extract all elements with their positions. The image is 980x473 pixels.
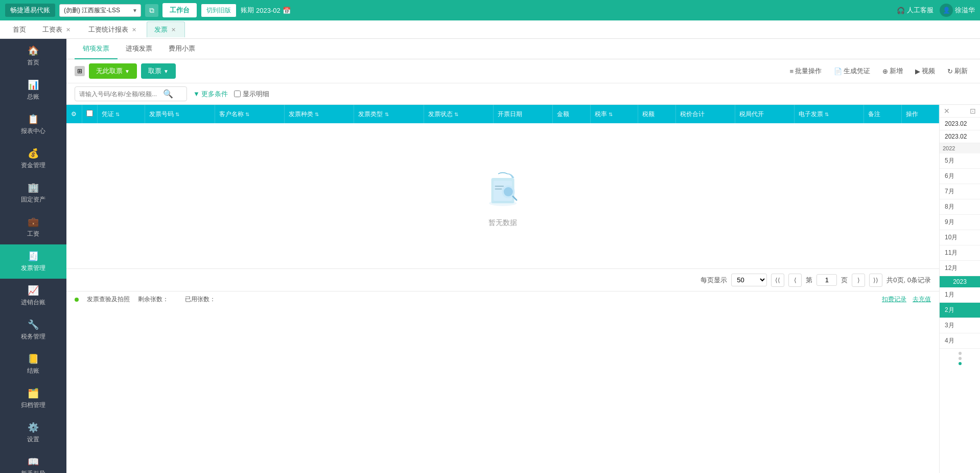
new-button[interactable]: ⊕ 新增 xyxy=(878,64,907,78)
date-panel-expand-btn[interactable]: ⊡ xyxy=(970,107,976,115)
sub-tab-purchase-label: 进项发票 xyxy=(126,44,152,53)
date-month-2023-3[interactable]: 3月 xyxy=(940,318,980,333)
last-page-btn[interactable]: ⟩⟩ xyxy=(869,274,882,287)
workbench-button[interactable]: 工作台 xyxy=(162,3,197,17)
sort-customer-icon: ⇅ xyxy=(245,111,249,117)
sub-tab-purchase-invoice[interactable]: 进项发票 xyxy=(118,39,160,59)
sidebar-item-reports[interactable]: 📋 报表中心 xyxy=(0,107,66,142)
svg-point-4 xyxy=(504,187,513,196)
page-input[interactable] xyxy=(816,274,837,286)
sidebar-item-closing[interactable]: 📒 结账 xyxy=(0,347,66,381)
video-label: 视频 xyxy=(922,66,935,76)
tab-salary-report[interactable]: 工资统计报表 ✕ xyxy=(81,21,146,37)
date-month-6[interactable]: 6月 xyxy=(940,169,980,184)
col-e-invoice: 电子发票 ⇅ xyxy=(794,105,864,123)
tab-invoice-close[interactable]: ✕ xyxy=(170,26,177,34)
get-invoice-dropdown-arrow: ▼ xyxy=(164,69,169,74)
date-month-10[interactable]: 10月 xyxy=(940,230,980,245)
tax-icon: 🔧 xyxy=(28,319,39,330)
sidebar-item-invoice[interactable]: 🧾 发票管理 xyxy=(0,244,66,279)
col-settings[interactable]: ⚙ xyxy=(66,105,82,123)
company-selector[interactable]: (勿删) 江西服宝-LSS ▼ xyxy=(59,4,141,17)
sidebar-sales-label: 进销台账 xyxy=(21,298,45,307)
next-page-btn[interactable]: ⟩ xyxy=(852,274,865,287)
date-month-8[interactable]: 8月 xyxy=(940,199,980,215)
sub-tabs: 销项发票 进项发票 费用小票 xyxy=(66,39,980,59)
sidebar-item-sales[interactable]: 📈 进销台账 xyxy=(0,279,66,313)
tab-invoice[interactable]: 发票 ✕ xyxy=(147,21,185,37)
get-invoice-button[interactable]: 取票 ▼ xyxy=(141,63,176,79)
date-month-9[interactable]: 9月 xyxy=(940,215,980,230)
col-total: 税价合计 xyxy=(675,105,735,123)
refresh-button[interactable]: ↻ 刷新 xyxy=(943,64,972,78)
generate-voucher-button[interactable]: 📄 生成凭证 xyxy=(830,64,874,78)
date-panel-close-btn[interactable]: ✕ xyxy=(944,107,950,115)
date-month-12[interactable]: 12月 xyxy=(940,261,980,276)
copy-icon-btn[interactable]: ⧉ xyxy=(145,4,158,17)
sidebar-item-finance[interactable]: 💰 资金管理 xyxy=(0,142,66,176)
sidebar-item-ledger[interactable]: 📊 总账 xyxy=(0,73,66,107)
sidebar-closing-label: 结账 xyxy=(27,367,39,375)
batch-ops-button[interactable]: ≡ 批量操作 xyxy=(785,64,826,78)
sidebar-settings-label: 设置 xyxy=(27,435,39,444)
col-customer: 客户名称 ⇅ xyxy=(215,105,284,123)
tab-salary-close[interactable]: ✕ xyxy=(64,26,72,34)
tab-home[interactable]: 首页 xyxy=(5,21,34,37)
user-area[interactable]: 👤 徐溢华 xyxy=(940,4,975,17)
closing-icon: 📒 xyxy=(28,353,39,365)
no-invoice-button[interactable]: 无此取票 ▼ xyxy=(89,63,137,79)
recharge-link[interactable]: 去充值 xyxy=(913,295,931,304)
app-logo: 畅捷通易代账 xyxy=(5,4,55,17)
sidebar-item-guide[interactable]: 📖 新手引导 xyxy=(0,450,66,473)
prev-page-btn[interactable]: ⟨ xyxy=(788,274,802,287)
sidebar: 🏠 首页 📊 总账 📋 报表中心 💰 资金管理 🏢 固定资产 💼 工资 🧾 发票… xyxy=(0,39,66,473)
sidebar-item-archive[interactable]: 🗂️ 归档管理 xyxy=(0,381,66,416)
empty-icon xyxy=(480,164,526,210)
search-input[interactable] xyxy=(79,91,161,98)
sidebar-item-tax[interactable]: 🔧 税务管理 xyxy=(0,313,66,347)
select-all-checkbox[interactable] xyxy=(86,110,93,117)
sub-tab-expense[interactable]: 费用小票 xyxy=(160,39,203,59)
show-detail-checkbox[interactable] xyxy=(234,91,241,97)
per-page-label: 每页显示 xyxy=(701,276,727,285)
table-header-row: ⚙ 凭证 ⇅ 发票号码 ⇅ 客户名称 ⇅ 发票种类 ⇅ 发票类型 ⇅ 发票状态 … xyxy=(66,105,939,123)
switch-old-version-button[interactable]: 切到旧版 xyxy=(201,4,237,17)
date-month-11[interactable]: 11月 xyxy=(940,245,980,261)
show-detail-checkbox-label[interactable]: 显示明细 xyxy=(234,89,269,99)
date-panel: ✕ ⊡ 2023.02 2023.02 2022 5月 6月 7月 8月 9月 … xyxy=(939,105,980,473)
sidebar-item-salary[interactable]: 💼 工资 xyxy=(0,210,66,244)
video-button[interactable]: ▶ 视频 xyxy=(911,64,939,78)
per-page-select[interactable]: 50 10 20 100 xyxy=(731,274,767,286)
date-row-1[interactable]: 2023.02 xyxy=(940,130,980,143)
col-tax-open: 税局代开 xyxy=(735,105,794,123)
generate-voucher-label: 生成凭证 xyxy=(844,66,870,76)
date-panel-controls: ✕ ⊡ xyxy=(940,105,980,118)
col-checkbox[interactable] xyxy=(82,105,97,123)
sub-tab-sales-invoice[interactable]: 销项发票 xyxy=(75,39,118,59)
total-label: 共0页, 0条记录 xyxy=(886,276,931,285)
sidebar-item-assets[interactable]: 🏢 固定资产 xyxy=(0,176,66,210)
sidebar-home-label: 首页 xyxy=(27,58,39,67)
grid-view-icon[interactable]: ⊞ xyxy=(75,66,85,76)
date-month-5[interactable]: 5月 xyxy=(940,153,980,169)
deduction-record-link[interactable]: 扣费记录 xyxy=(882,295,906,304)
date-row-0[interactable]: 2023.02 xyxy=(940,118,980,130)
tab-salary[interactable]: 工资表 ✕ xyxy=(35,21,80,37)
batch-ops-icon: ≡ xyxy=(789,67,794,75)
date-month-2023-2[interactable]: 2月 xyxy=(940,303,980,318)
archive-icon: 🗂️ xyxy=(28,388,39,399)
more-conditions-btn[interactable]: ▼ 更多条件 xyxy=(193,89,228,99)
sidebar-item-settings[interactable]: ⚙️ 设置 xyxy=(0,416,66,450)
date-month-2023-1[interactable]: 1月 xyxy=(940,287,980,303)
tab-salary-report-close[interactable]: ✕ xyxy=(130,26,138,34)
content-area: 销项发票 进项发票 费用小票 ⊞ 无此取票 ▼ 取票 ▼ ≡ xyxy=(66,39,980,473)
date-month-2023-4[interactable]: 4月 xyxy=(940,333,980,349)
date-month-7[interactable]: 7月 xyxy=(940,184,980,199)
tab-salary-label: 工资表 xyxy=(42,25,62,34)
human-service-btn[interactable]: 🎧 人工客服 xyxy=(897,6,934,15)
first-page-btn[interactable]: ⟨⟨ xyxy=(771,274,784,287)
period-area: 账期 2023-02 📅 xyxy=(241,6,291,15)
avatar-icon: 👤 xyxy=(943,7,950,14)
sidebar-item-home[interactable]: 🏠 首页 xyxy=(0,39,66,73)
remaining-label: 剩余张数： xyxy=(138,295,169,304)
